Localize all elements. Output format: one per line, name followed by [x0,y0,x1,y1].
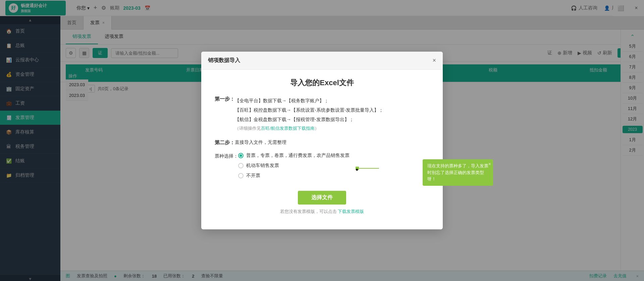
tooltip-line [359,168,379,169]
radio-circle-3 [238,173,244,178]
radio-label-2: 机动车销售发票 [246,163,279,169]
modal-hint: 若您没有发票模版，可以点击 下载发票模版 [215,209,429,215]
modal-body: 导入您的Excel文件 第一步： 【全电平台】数据下载→【税务数字账户】； 【百… [201,70,443,229]
modal-title: 销项数据导入 [208,57,240,64]
step1-line1: 【全电平台】数据下载→【税务数字账户】； [235,96,383,105]
radio-label-3: 不开票 [246,173,260,179]
step2-label: 第二步： [215,139,235,146]
modal-ticket-selection: 票种选择： 普票，专票，卷票，通行费发票，农产品销售发票 机动车销售发票 [215,153,429,179]
radio-circle-1 [238,153,244,158]
hint-text: 若您没有发票模版，可以点击 [280,209,337,214]
modal-close-button[interactable]: × [432,57,436,64]
modal-footer: 选择文件 若您没有发票模版，可以点击 下载发票模版 [215,185,429,223]
radio-inner-1 [239,154,242,157]
radio-circle-2 [238,163,244,168]
select-file-button[interactable]: 选择文件 [298,191,346,205]
step1-note: （详细操作见百旺/航信发票数据下载指南） [235,124,383,133]
radio-option-3[interactable]: 不开票 [238,173,350,179]
import-modal: 销项数据导入 × 导入您的Excel文件 第一步： 【全电平台】数据下载→【税务… [201,52,443,229]
tooltip-connector: ● [356,167,379,170]
modal-main-title: 导入您的Excel文件 [215,78,429,88]
guide-link[interactable]: 百旺/航信发票数据下载指南 [261,126,315,131]
step1-label: 第一步： [215,96,235,133]
radio-group: 普票，专票，卷票，通行费发票，农产品销售发票 机动车销售发票 不开票 [238,153,350,179]
modal-step1: 第一步： 【全电平台】数据下载→【税务数字账户】； 【百旺】税控盘数据下载→【系… [215,96,429,133]
tooltip-box: × 现在支持的票种多了，导入发票时别忘了选择正确的发票类型呀！ [423,159,493,186]
download-template-link[interactable]: 下载发票模版 [338,209,364,214]
modal-header: 销项数据导入 × [201,52,443,70]
step2-content: 直接导入文件，无需整理 [235,139,286,146]
radio-option-2[interactable]: 机动车销售发票 [238,163,350,169]
modal-step2: 第二步： 直接导入文件，无需整理 [215,139,429,146]
ticket-label: 票种选择： [215,153,238,159]
radio-option-1[interactable]: 普票，专票，卷票，通行费发票，农产品销售发票 [238,153,350,159]
tooltip-text: 现在支持的票种多了，导入发票时别忘了选择正确的发票类型呀！ [427,163,488,181]
step1-line2: 【百旺】税控盘数据下载→【系统设置-系统参数设置-发票批量导入】； [235,105,383,115]
tooltip-close-btn[interactable]: × [488,161,491,168]
step1-content: 【全电平台】数据下载→【税务数字账户】； 【百旺】税控盘数据下载→【系统设置-系… [235,96,383,133]
radio-label-1: 普票，专票，卷票，通行费发票，农产品销售发票 [246,153,350,159]
tooltip-dot: ● [356,167,359,170]
step1-line3: 【航信】金税盘数据下载→【报税管理-发票数据导出】； [235,115,383,124]
